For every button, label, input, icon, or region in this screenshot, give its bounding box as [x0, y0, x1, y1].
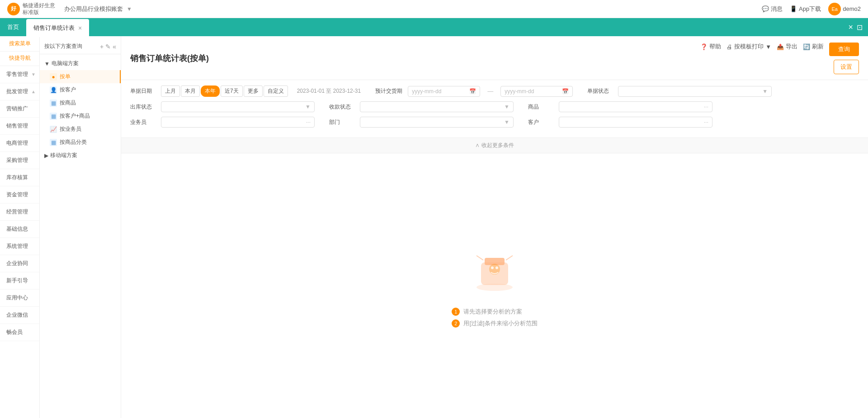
date-btn-custom[interactable]: 自定义: [264, 86, 288, 97]
export-button[interactable]: 📤 导出: [777, 43, 797, 51]
collapse-bar[interactable]: ∧ 收起更多条件: [121, 138, 868, 153]
collapse-scheme-button[interactable]: «: [113, 43, 116, 50]
order-icon: ●: [50, 73, 57, 81]
close-window-icon[interactable]: ×: [848, 23, 853, 32]
sidebar: 搜索菜单 快捷导航 零售管理 ▼ 批发管理 ▲ 营销推广 销售管理 电商管理 采…: [0, 36, 40, 418]
tab-close-icon[interactable]: ×: [78, 24, 82, 32]
filter-area: 单据日期 上月 本月 本年 近7天 更多 自定义 2023-01-01 至 20…: [121, 80, 868, 138]
date-range-text: 2023-01-01 至 2023-12-31: [297, 87, 361, 95]
chevron-down-icon: ▼: [31, 72, 36, 77]
query-button[interactable]: 查询: [829, 43, 859, 56]
empty-tips: 1 请先选择要分析的方案 2 用[过滤]条件来缩小分析范围: [452, 308, 537, 328]
svg-point-5: [495, 266, 498, 269]
page-title-row: 销售订单统计表(按单) ❓ 帮助 🖨 按模板打印 ▼: [130, 43, 859, 74]
message-icon: 💬: [762, 5, 769, 12]
department-filter-label: 部门: [329, 119, 354, 126]
add-scheme-button[interactable]: +: [100, 43, 104, 50]
payment-status-select[interactable]: ▼: [360, 101, 514, 112]
collapse-icon: ∧: [475, 142, 481, 148]
sidebar-item-finance[interactable]: 资金管理: [0, 186, 39, 204]
mobile-icon: 📱: [790, 5, 797, 12]
delivery-status-select[interactable]: ▼: [161, 101, 315, 112]
expected-date-label: 预计交货期: [375, 87, 402, 95]
date-btn-7days[interactable]: 近7天: [221, 86, 243, 97]
scheme-item-by-customer[interactable]: 👤 按客户: [40, 83, 121, 96]
salesman-icon: 📈: [50, 126, 57, 133]
date-filter-label: 单据日期: [130, 87, 156, 95]
expected-date-start[interactable]: yyyy-mm-dd 📅: [408, 86, 480, 97]
scheme-group-pc-title[interactable]: ▼ 电脑端方案: [44, 60, 116, 67]
sidebar-item-operations[interactable]: 经营管理: [0, 204, 39, 221]
sidebar-item-enterprise[interactable]: 企业协同: [0, 255, 39, 272]
print-button[interactable]: 🖨 按模板打印 ▼: [726, 43, 771, 51]
scheme-item-by-goods[interactable]: ▦ 按商品: [40, 96, 121, 109]
status-select[interactable]: ▼: [618, 86, 772, 97]
tab-sales-order[interactable]: 销售订单统计表 ×: [26, 19, 89, 37]
scheme-panel-actions: + ✎ «: [100, 43, 116, 50]
date-btn-this-month[interactable]: 本月: [181, 86, 200, 97]
more-icon-customer: ···: [704, 119, 708, 125]
scheme-group-mobile: ▶ 移动端方案: [40, 149, 121, 162]
scheme-panel-title: 按以下方案查询: [44, 43, 82, 50]
sidebar-item-newbie[interactable]: 新手引导: [0, 272, 39, 290]
topbar-arrow-icon[interactable]: ▼: [127, 6, 132, 12]
top-bar: 好 畅捷通好生意 标准版 办公用品行业模拟账套 ▼ 💬 消息 📱 App下载 E…: [0, 0, 868, 18]
salesman-select[interactable]: ···: [161, 117, 315, 128]
topbar-title: 办公用品行业模拟账套: [64, 5, 123, 13]
restore-window-icon[interactable]: ⊡: [857, 23, 863, 32]
sidebar-item-member[interactable]: 畅会员: [0, 324, 39, 341]
date-btn-more[interactable]: 更多: [244, 86, 263, 97]
expected-date-end[interactable]: yyyy-mm-dd 📅: [500, 86, 573, 97]
date-btn-last-month[interactable]: 上月: [161, 86, 180, 97]
empty-state: 1 请先选择要分析的方案 2 用[过滤]条件来缩小分析范围: [121, 153, 868, 418]
sidebar-item-inventory[interactable]: 库存核算: [0, 169, 39, 186]
salesman-filter-label: 业务员: [130, 119, 156, 126]
chevron-up-icon: ▲: [31, 89, 36, 94]
customer-goods-icon: ▦: [50, 113, 57, 120]
help-button[interactable]: ❓ 帮助: [700, 43, 721, 51]
date-btn-this-year[interactable]: 本年: [201, 86, 220, 97]
export-icon: 📤: [777, 43, 784, 50]
main-layout: 搜索菜单 快捷导航 零售管理 ▼ 批发管理 ▲ 营销推广 销售管理 电商管理 采…: [0, 36, 868, 418]
sidebar-item-system[interactable]: 系统管理: [0, 238, 39, 255]
sidebar-item-app-center[interactable]: 应用中心: [0, 290, 39, 307]
sidebar-item-wechat[interactable]: 企业微信: [0, 307, 39, 324]
scheme-item-by-category[interactable]: ▦ 按商品分类: [40, 136, 121, 149]
help-icon: ❓: [700, 43, 708, 50]
message-button[interactable]: 💬 消息: [762, 5, 783, 13]
customer-select[interactable]: ···: [559, 117, 712, 128]
sidebar-item-basic-info[interactable]: 基础信息: [0, 221, 39, 238]
edit-scheme-button[interactable]: ✎: [105, 43, 111, 50]
status-filter-label: 单据状态: [587, 87, 613, 95]
sidebar-item-ecommerce[interactable]: 电商管理: [0, 135, 39, 152]
sidebar-search[interactable]: 搜索菜单: [0, 36, 39, 52]
tab-bar-actions: × ⊡: [848, 23, 868, 32]
scheme-item-by-order[interactable]: ● 按单: [40, 70, 121, 83]
filter-row-2: 出库状态 ▼ 收款状态 ▼ 商品 ···: [130, 101, 859, 112]
refresh-button[interactable]: 🔄 刷新: [803, 43, 824, 51]
page-actions: ❓ 帮助 🖨 按模板打印 ▼ 📤 导出: [700, 43, 824, 51]
department-select[interactable]: ▼: [360, 117, 514, 128]
user-profile[interactable]: Ea demo2: [828, 3, 861, 15]
app-download-button[interactable]: 📱 App下载: [790, 5, 821, 13]
sidebar-item-marketing[interactable]: 营销推广: [0, 100, 39, 118]
tip-num-1: 1: [452, 308, 460, 316]
scheme-section-pc: ▼ 电脑端方案 ● 按单 👤 按客户 ▦ 按商品 ▦: [40, 57, 121, 149]
payment-status-label: 收款状态: [329, 103, 354, 111]
scheme-group-mobile-title[interactable]: ▶ 移动端方案: [44, 152, 116, 159]
category-icon: ▦: [50, 139, 57, 146]
goods-select[interactable]: ···: [559, 101, 712, 112]
delivery-status-label: 出库状态: [130, 103, 156, 111]
sidebar-nav[interactable]: 快捷导航: [0, 52, 39, 66]
tab-home[interactable]: 首页: [0, 18, 26, 36]
page-header: 销售订单统计表(按单) ❓ 帮助 🖨 按模板打印 ▼: [121, 36, 868, 80]
settings-button[interactable]: 设置: [834, 60, 859, 74]
sidebar-item-purchase[interactable]: 采购管理: [0, 152, 39, 169]
scheme-item-by-salesman[interactable]: 📈 按业务员: [40, 123, 121, 136]
scheme-panel-header: 按以下方案查询 + ✎ «: [40, 41, 121, 54]
sidebar-item-sales[interactable]: 销售管理: [0, 118, 39, 135]
sidebar-item-retail[interactable]: 零售管理 ▼: [0, 66, 39, 83]
avatar: Ea: [828, 3, 841, 15]
sidebar-item-wholesale[interactable]: 批发管理 ▲: [0, 83, 39, 100]
scheme-item-by-customer-goods[interactable]: ▦ 按客户+商品: [40, 109, 121, 123]
